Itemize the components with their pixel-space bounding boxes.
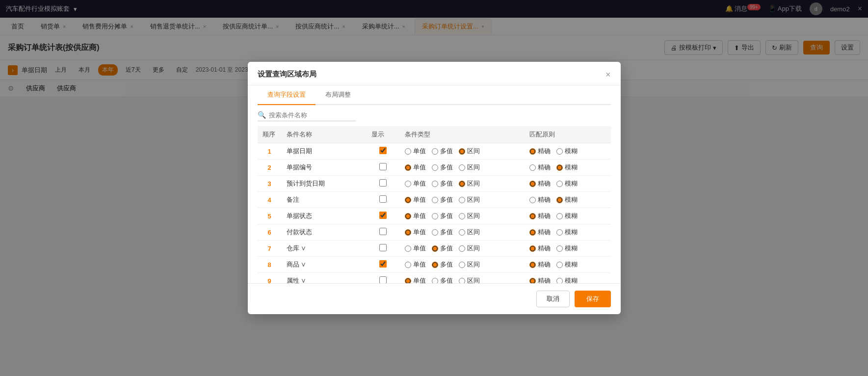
dialog-tab-layout[interactable]: 布局调整: [316, 85, 361, 97]
dialog-tab-fields-label: 查询字段设置: [267, 91, 306, 97]
dialog-close-button[interactable]: ×: [605, 70, 611, 79]
dialog-tab-layout-label: 布局调整: [325, 91, 351, 97]
dialog-header: 设置查询区域布局 ×: [248, 62, 621, 85]
dialog-tabs: 查询字段设置 布局调整: [258, 85, 611, 97]
modal-overlay: 设置查询区域布局 × 查询字段设置 布局调整 🔍: [0, 0, 868, 97]
dialog: 设置查询区域布局 × 查询字段设置 布局调整 🔍: [248, 62, 621, 97]
dialog-title: 设置查询区域布局: [258, 70, 316, 79]
dialog-tab-fields[interactable]: 查询字段设置: [258, 85, 316, 97]
dialog-body: 查询字段设置 布局调整 🔍 顺序 条件名称 显示: [248, 85, 621, 97]
